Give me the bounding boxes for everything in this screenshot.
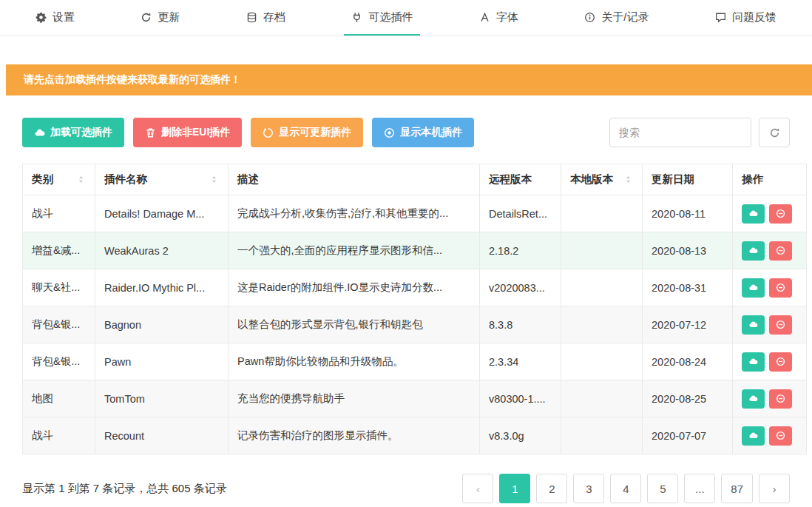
tab-about[interactable]: 关于/记录 xyxy=(577,0,656,36)
tab-archive[interactable]: 存档 xyxy=(239,0,293,36)
refresh-icon xyxy=(769,127,780,138)
pagination-prev-button[interactable]: ‹ xyxy=(462,474,493,503)
remove-addon-button[interactable] xyxy=(769,278,792,298)
download-addon-button[interactable] xyxy=(742,315,765,335)
table-row[interactable]: 增益&减... WeakAuras 2 一个强大的,全面的应用程序显示图形和信.… xyxy=(23,232,807,269)
cell-actions xyxy=(733,232,807,269)
cell-description: 这是Raider的附加组件.IO显示史诗加分数... xyxy=(229,269,480,306)
remove-addon-button[interactable] xyxy=(769,315,792,335)
table-row[interactable]: 聊天&社... Raider.IO Mythic Pl... 这是Raider的… xyxy=(23,269,807,306)
trash-icon xyxy=(145,127,156,138)
table-row[interactable]: 地图 TomTom 充当您的便携导航助手 v80300-1.... 2020-0… xyxy=(23,380,807,417)
table-row[interactable]: 战斗 Details! Damage M... 完成战斗分析,收集伤害,治疗,和… xyxy=(23,195,807,232)
download-addon-button[interactable] xyxy=(742,278,765,298)
tab-settings[interactable]: 设置 xyxy=(28,0,82,36)
remove-circle-icon xyxy=(776,209,785,218)
remove-circle-icon xyxy=(776,283,785,292)
column-header-category[interactable]: 类别 xyxy=(23,164,95,195)
pagination-page-button[interactable]: 4 xyxy=(610,474,641,503)
tab-label: 可选插件 xyxy=(368,10,413,24)
cell-local-version xyxy=(561,380,643,417)
gear-icon xyxy=(35,12,47,23)
column-label: 更新日期 xyxy=(652,173,694,185)
download-addon-button[interactable] xyxy=(742,426,765,446)
cell-update-date: 2020-08-13 xyxy=(643,232,733,269)
download-addon-button[interactable] xyxy=(742,204,765,224)
remove-addon-button[interactable] xyxy=(769,241,792,261)
table-row[interactable]: 背包&银... Bagnon 以整合包的形式显示背包,银行和钥匙包 8.3.8 … xyxy=(23,306,807,343)
cell-category: 地图 xyxy=(23,380,95,417)
button-label: 显示可更新插件 xyxy=(279,126,351,139)
cloud-download-icon xyxy=(748,320,758,329)
cloud-download-icon xyxy=(748,209,758,218)
column-header-local-version[interactable]: 本地版本 xyxy=(561,164,643,195)
cell-remote-version: DetailsRet... xyxy=(480,195,561,232)
show-updatable-button[interactable]: 显示可更新插件 xyxy=(251,118,363,147)
cell-remote-version: v80300-1.... xyxy=(480,380,561,417)
font-icon xyxy=(479,12,490,23)
cell-update-date: 2020-08-24 xyxy=(643,343,733,380)
cell-description: 一个强大的,全面的应用程序显示图形和信... xyxy=(229,232,480,269)
pagination-page-button[interactable]: 3 xyxy=(573,474,604,503)
info-icon xyxy=(584,12,595,23)
column-label: 操作 xyxy=(742,173,763,185)
column-header-name[interactable]: 插件名称 xyxy=(95,164,229,195)
pagination-page-button[interactable]: 5 xyxy=(647,474,678,503)
download-addon-button[interactable] xyxy=(742,241,765,261)
tab-label: 更新 xyxy=(158,10,180,24)
pagination-page-button[interactable]: 2 xyxy=(536,474,567,503)
cell-description: 完成战斗分析,收集伤害,治疗,和其他重要的... xyxy=(229,195,480,232)
update-circle-icon xyxy=(263,127,274,138)
remove-addon-button[interactable] xyxy=(769,426,792,446)
remove-addon-button[interactable] xyxy=(769,389,792,409)
tab-label: 问题反馈 xyxy=(732,10,777,24)
tab-feedback[interactable]: 问题反馈 xyxy=(708,0,784,36)
tab-optional-plugins[interactable]: 可选插件 xyxy=(344,0,420,36)
remove-addon-button[interactable] xyxy=(769,352,792,372)
cell-update-date: 2020-07-07 xyxy=(643,417,733,454)
cell-category: 战斗 xyxy=(23,417,95,454)
cloud-download-icon xyxy=(748,394,758,403)
remove-circle-icon xyxy=(776,431,785,440)
cell-actions xyxy=(733,269,807,306)
download-addon-button[interactable] xyxy=(742,389,765,409)
cell-remote-version: 2.3.34 xyxy=(480,343,561,380)
sort-icon[interactable] xyxy=(209,175,219,184)
delete-non-eui-button[interactable]: 删除非EUI插件 xyxy=(133,118,242,147)
column-header-update-date: 更新日期 xyxy=(643,164,733,195)
button-label: 删除非EUI插件 xyxy=(161,126,230,139)
cell-remote-version: v8.3.0g xyxy=(480,417,561,454)
show-local-button[interactable]: 显示本机插件 xyxy=(372,118,474,147)
pagination-page-button[interactable]: 1 xyxy=(499,474,530,503)
cell-actions xyxy=(733,195,807,232)
column-label: 描述 xyxy=(237,173,259,185)
cell-actions xyxy=(733,380,807,417)
cell-name: TomTom xyxy=(95,380,229,417)
remove-addon-button[interactable] xyxy=(769,204,792,224)
column-label: 类别 xyxy=(32,172,53,187)
pagination-ellipsis-button[interactable]: ... xyxy=(684,474,715,503)
pagination-next-button[interactable]: › xyxy=(759,474,790,503)
download-addon-button[interactable] xyxy=(742,352,765,372)
sort-icon[interactable] xyxy=(623,175,633,184)
cell-local-version xyxy=(561,343,643,380)
search-input[interactable] xyxy=(609,118,751,147)
cell-category: 背包&银... xyxy=(23,343,95,380)
alert-banner: 请先点击加载插件按键来获取最新的可选插件！ xyxy=(6,64,812,95)
cell-description: 充当您的便携导航助手 xyxy=(229,380,480,417)
load-plugins-button[interactable]: 加载可选插件 xyxy=(22,118,124,147)
target-icon xyxy=(384,127,395,138)
plug-icon xyxy=(351,12,362,23)
refresh-table-button[interactable] xyxy=(759,118,790,147)
table-row[interactable]: 战斗 Recount 记录伤害和治疗的图形显示插件。 v8.3.0g 2020-… xyxy=(23,417,807,454)
sort-icon[interactable] xyxy=(76,175,86,184)
cloud-download-icon xyxy=(748,246,758,255)
tab-fonts[interactable]: 字体 xyxy=(472,0,526,36)
cloud-icon xyxy=(34,127,45,138)
tab-label: 字体 xyxy=(496,10,518,24)
search-group xyxy=(609,118,790,147)
tab-label: 存档 xyxy=(263,10,285,24)
tab-update[interactable]: 更新 xyxy=(133,0,187,36)
pagination-page-button[interactable]: 87 xyxy=(721,474,753,503)
table-row[interactable]: 背包&银... Pawn Pawn帮助你比较物品和升级物品。 2.3.34 20… xyxy=(23,343,807,380)
